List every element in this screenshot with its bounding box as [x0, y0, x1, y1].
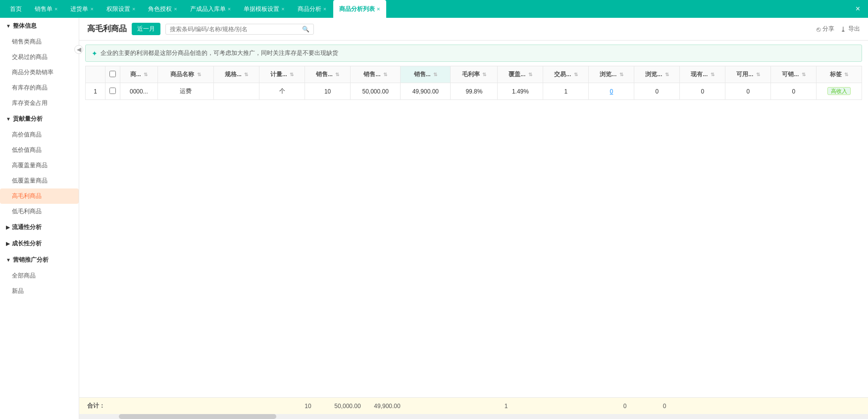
main-layout: 整体信息 销售类商品 交易过的商品 商品分类助销率 有库存的商品 库存资金占用: [0, 18, 868, 419]
cell-available: 0: [725, 83, 771, 100]
nav-close-production[interactable]: ×: [228, 6, 231, 12]
sidebar-item-low-margin[interactable]: 低毛利商品: [0, 204, 79, 219]
col-code[interactable]: 商... ⇅: [120, 66, 158, 83]
cell-checkbox: [105, 83, 120, 100]
col-unit[interactable]: 计量... ⇅: [259, 66, 305, 83]
sidebar-item-high-coverage[interactable]: 高覆盖量商品: [0, 158, 79, 173]
select-all-checkbox[interactable]: [109, 71, 116, 77]
col-current-stock[interactable]: 现有... ⇅: [680, 66, 725, 83]
nav-item-production[interactable]: 产成品入库单 ×: [184, 0, 237, 18]
nav-item-sales[interactable]: 销售单 ×: [29, 0, 63, 18]
nav-item-analysis[interactable]: 商品分析 ×: [292, 0, 332, 18]
sidebar-item-traded-goods[interactable]: 交易过的商品: [0, 49, 79, 65]
col-tag[interactable]: 标签 ⇅: [817, 66, 862, 83]
sort-icon-available: ⇅: [756, 72, 760, 77]
nav-close-permission[interactable]: ×: [132, 6, 135, 12]
sort-icon-spec: ⇅: [244, 72, 248, 77]
filter-recent-month-button[interactable]: 近一月: [132, 23, 160, 35]
search-input[interactable]: [170, 26, 300, 33]
nav-item-home[interactable]: 首页: [4, 0, 28, 18]
col-view2[interactable]: 浏览... ⇅: [634, 66, 680, 83]
search-icon[interactable]: 🔍: [302, 26, 309, 33]
content-area: 高毛利商品 近一月 🔍 ⎋ 分享 ⤓ 导出: [79, 18, 868, 419]
scrollbar-thumb[interactable]: [119, 414, 277, 419]
row-checkbox[interactable]: [109, 88, 116, 94]
total-sales-profit: 49,900.00: [372, 403, 402, 410]
nav-item-analysis-list[interactable]: 商品分析列表 ×: [333, 0, 386, 18]
total-available: 0: [650, 403, 679, 410]
sort-icon-current-stock: ⇅: [711, 72, 715, 77]
sidebar-group-contribution: 贡献量分析 高价值商品 低价值商品 高覆盖量商品 低覆盖量商品 高毛利商品: [0, 111, 79, 219]
sidebar-item-low-value[interactable]: 低价值商品: [0, 142, 79, 158]
sidebar-group-growth-title[interactable]: 成长性分析: [0, 235, 79, 252]
share-button[interactable]: ⎋ 分享: [817, 25, 834, 33]
nav-item-permission[interactable]: 权限设置 ×: [101, 0, 141, 18]
sidebar-item-high-margin[interactable]: 高毛利商品: [0, 188, 79, 204]
cell-sales-profit: 49,900.00: [401, 83, 451, 100]
nav-close-sales[interactable]: ×: [54, 6, 57, 12]
sidebar-group-contribution-title[interactable]: 贡献量分析: [0, 111, 79, 127]
sort-icon-sales-amount: ⇅: [383, 72, 387, 77]
sidebar-group-overview-title[interactable]: 整体信息: [0, 18, 79, 34]
cell-coverage: 1.49%: [498, 83, 543, 100]
sort-icon-margin-rate: ⇅: [482, 72, 486, 77]
nav-close-analysis[interactable]: ×: [323, 6, 326, 12]
top-nav: 首页 销售单 × 进货单 × 权限设置 × 角色授权 × 产成品入库单 × 单据…: [0, 0, 868, 18]
cell-seq: 1: [86, 83, 105, 100]
cell-margin-rate: 99.8%: [451, 83, 498, 100]
horizontal-scrollbar[interactable]: [79, 414, 868, 419]
sidebar-group-marketing-title[interactable]: 营销推广分析: [0, 252, 79, 268]
sidebar-toggle-button[interactable]: ◀: [74, 45, 83, 54]
sidebar-item-low-coverage[interactable]: 低覆盖量商品: [0, 173, 79, 188]
sidebar-item-all-goods[interactable]: 全部商品: [0, 268, 79, 283]
sidebar-item-sales-goods[interactable]: 销售类商品: [0, 34, 79, 49]
nav-close-purchase[interactable]: ×: [90, 6, 93, 12]
sidebar-item-stock-capital[interactable]: 库存资金占用: [0, 95, 79, 111]
cell-view2: 0: [634, 83, 680, 100]
sidebar-group-contribution-arrow: [6, 116, 11, 122]
sidebar-item-category-rate[interactable]: 商品分类助销率: [0, 65, 79, 80]
tip-text: 企业的主要的利润都是这部分商品创造的，可考虑加大推广，同时关注库存是不要出现缺货: [101, 49, 338, 57]
sidebar-group-growth: 成长性分析: [0, 235, 79, 252]
col-view1[interactable]: 浏览... ⇅: [589, 66, 634, 83]
col-available[interactable]: 可用... ⇅: [725, 66, 771, 83]
col-margin-rate[interactable]: 毛利率 ⇅: [451, 66, 498, 83]
sidebar-item-new-goods[interactable]: 新品: [0, 283, 79, 299]
sidebar-item-in-stock[interactable]: 有库存的商品: [0, 80, 79, 95]
nav-item-role[interactable]: 角色授权 ×: [142, 0, 183, 18]
export-icon: ⤓: [840, 25, 846, 33]
col-sales-qty[interactable]: 销售... ⇅: [305, 66, 351, 83]
export-button[interactable]: ⤓ 导出: [840, 25, 860, 33]
table-header: 商... ⇅ 商品名称 ⇅ 规格... ⇅: [86, 66, 862, 83]
cell-tag: 高收入: [817, 83, 862, 100]
total-transaction: 1: [491, 403, 521, 410]
sidebar-group-marketing: 营销推广分析 全部商品 新品: [0, 252, 79, 299]
cell-view1[interactable]: 0: [589, 83, 634, 100]
sidebar-group-circulation-title[interactable]: 流通性分析: [0, 219, 79, 235]
cell-current-stock: 0: [680, 83, 725, 100]
nav-close-analysis-list[interactable]: ×: [377, 6, 380, 12]
sort-icon-view2: ⇅: [665, 72, 669, 77]
sidebar-group-overview: 整体信息 销售类商品 交易过的商品 商品分类助销率 有库存的商品 库存资金占用: [0, 18, 79, 111]
footer-total: 合计： 10 50,000.00 49,900.00 1 0 0: [79, 397, 868, 414]
col-sales-profit[interactable]: 销售... ⇅: [401, 66, 451, 83]
col-spec[interactable]: 规格... ⇅: [214, 66, 259, 83]
cell-sales-qty: 10: [305, 83, 351, 100]
col-coverage[interactable]: 覆盖... ⇅: [498, 66, 543, 83]
nav-close-template[interactable]: ×: [281, 6, 284, 12]
total-current-stock: 0: [610, 403, 640, 410]
nav-item-template[interactable]: 单据模板设置 ×: [238, 0, 290, 18]
col-saleable[interactable]: 可销... ⇅: [771, 66, 817, 83]
table-row: 1 0000... 运费 个 10 50,000.00 49,900.00 99: [86, 83, 862, 100]
window-close-button[interactable]: ×: [852, 4, 864, 13]
sidebar-group-overview-arrow: [6, 23, 11, 29]
sort-icon-unit: ⇅: [290, 72, 294, 77]
sort-icon-sales-qty: ⇅: [335, 72, 339, 77]
col-sales-amount[interactable]: 销售... ⇅: [351, 66, 401, 83]
view1-link[interactable]: 0: [610, 88, 613, 95]
sidebar-item-high-value[interactable]: 高价值商品: [0, 127, 79, 142]
col-name[interactable]: 商品名称 ⇅: [157, 66, 213, 83]
nav-close-role[interactable]: ×: [174, 6, 177, 12]
nav-item-purchase[interactable]: 进货单 ×: [64, 0, 99, 18]
col-transaction[interactable]: 交易... ⇅: [543, 66, 589, 83]
